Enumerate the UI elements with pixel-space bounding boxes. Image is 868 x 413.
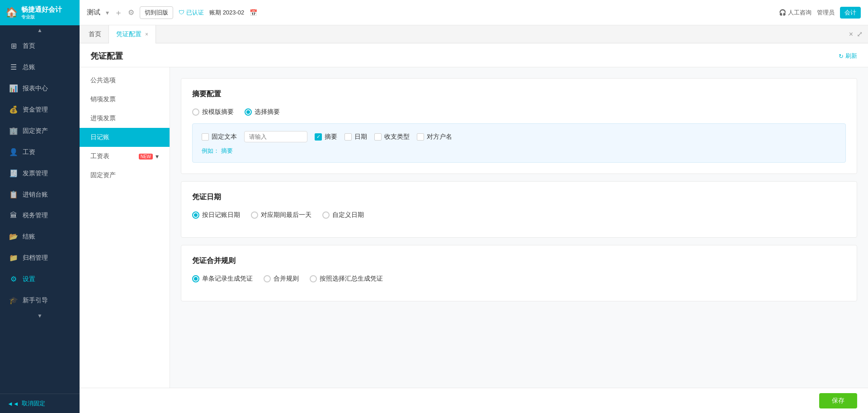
radio-journal-date[interactable]: 按日记账日期 <box>192 211 240 219</box>
left-nav-sales-invoice[interactable]: 销项发票 <box>80 90 170 109</box>
company-dropdown-icon[interactable]: ▾ <box>106 9 109 16</box>
sidebar-item-home[interactable]: ⊞ 首页 <box>0 35 80 56</box>
radio-period-last-day[interactable]: 对应期间最后一天 <box>251 211 311 219</box>
sidebar-item-tax[interactable]: 🏛 税务管理 <box>0 205 80 226</box>
sidebar-item-funds[interactable]: 💰 资金管理 <box>0 99 80 120</box>
tab-voucher-config-label: 凭证配置 <box>116 30 142 38</box>
sidebar-item-fixed-assets[interactable]: 🏢 固定资产 <box>0 120 80 141</box>
summary-radio-group: 按模版摘要 选择摘要 <box>192 108 846 116</box>
sidebar-item-invoice-mgmt[interactable]: 🧾 发票管理 <box>0 163 80 184</box>
close-tab-btn[interactable]: × <box>849 30 853 38</box>
headset-icon: 🎧 <box>779 9 786 16</box>
merge-rules-section: 凭证合并规则 单条记录生成凭证 合并规则 按照选择汇总生成凭证 <box>181 245 857 301</box>
save-button[interactable]: 保存 <box>819 393 857 408</box>
checkbox-income-type-label: 收支类型 <box>384 133 410 141</box>
radio-merge-rules[interactable]: 合并规则 <box>264 275 299 283</box>
left-nav-public-options[interactable]: 公共选项 <box>80 71 170 90</box>
checkbox-fixed-text[interactable]: 固定文本 <box>202 133 237 141</box>
app-edition: 专业版 <box>21 14 62 20</box>
sidebar-item-sales-ledger[interactable]: 📋 进销台账 <box>0 184 80 205</box>
checkbox-date[interactable]: 日期 <box>344 133 367 141</box>
company-name: 测试 <box>87 8 100 17</box>
tab-home[interactable]: 首页 <box>81 25 109 43</box>
tab-home-label: 首页 <box>89 30 101 38</box>
checkbox-summary[interactable]: ✓ 摘要 <box>315 133 337 141</box>
new-badge: NEW <box>139 154 153 160</box>
radio-circle-single-record <box>192 275 199 282</box>
accountant-label: 会计 <box>840 7 861 19</box>
main-area: 测试 ▾ ＋ ⚙ 切到旧版 🛡 已认证 账期 2023-02 📅 🎧 人工咨询 … <box>80 0 868 413</box>
scroll-down-arrow[interactable]: ▼ <box>37 313 42 319</box>
archive-icon: 📁 <box>9 253 18 262</box>
refresh-btn[interactable]: ↻ 刷新 <box>839 52 857 60</box>
sidebar-item-settings[interactable]: ⚙ 设置 <box>0 268 80 290</box>
invoice-icon: 🧾 <box>9 169 18 178</box>
tax-icon: 🏛 <box>9 211 18 220</box>
switch-old-version-btn[interactable]: 切到旧版 <box>140 6 173 19</box>
example-prefix: 例如： <box>202 147 219 154</box>
sidebar-item-label: 设置 <box>23 275 35 283</box>
summary-config-section: 摘要配置 按模版摘要 选择摘要 <box>181 78 857 174</box>
expand-btn[interactable]: ⤢ <box>857 30 863 38</box>
checkbox-counterparty[interactable]: 对方户名 <box>417 133 452 141</box>
checkbox-date-label: 日期 <box>354 133 367 141</box>
add-company-btn[interactable]: ＋ <box>114 7 123 18</box>
sidebar-item-salary[interactable]: 👤 工资 <box>0 141 80 163</box>
radio-journal-date-label: 按日记账日期 <box>202 211 240 219</box>
radio-circle-merge-rules <box>264 275 271 282</box>
shield-icon: 🛡 <box>179 9 184 16</box>
checkbox-income-type[interactable]: 收支类型 <box>374 133 410 141</box>
checkbox-fixed-text-box <box>202 133 209 141</box>
sidebar-item-reports[interactable]: 📊 报表中心 <box>0 78 80 99</box>
close-accounts-icon: 📂 <box>9 232 18 241</box>
body-split: 公共选项 销项发票 进项发票 日记账 工资表 NEW ▾ <box>80 67 868 388</box>
right-content: 摘要配置 按模版摘要 选择摘要 <box>170 67 868 388</box>
left-nav-purchase-invoice[interactable]: 进项发票 <box>80 109 170 128</box>
tabbar: 首页 凭证配置 × × ⤢ <box>80 25 868 43</box>
radio-circle-journal-date <box>192 211 199 219</box>
radio-circle-template <box>192 108 199 116</box>
sidebar-item-general-ledger[interactable]: ☰ 总账 <box>0 56 80 78</box>
voucher-date-section: 凭证日期 按日记账日期 对应期间最后一天 自定义日期 <box>181 181 857 238</box>
example-value: 摘要 <box>221 147 233 154</box>
calendar-icon[interactable]: 📅 <box>250 9 257 16</box>
support-btn[interactable]: 🎧 人工咨询 <box>779 9 811 17</box>
voucher-date-radio-group: 按日记账日期 对应期间最后一天 自定义日期 <box>192 211 846 219</box>
tab-close-icon[interactable]: × <box>145 31 148 38</box>
summary-config-box: 固定文本 ✓ 摘要 日期 <box>192 123 846 163</box>
expand-arrow-icon: ▾ <box>156 153 159 160</box>
sidebar-item-archive[interactable]: 📁 归档管理 <box>0 247 80 268</box>
summary-checkboxes-row: 固定文本 ✓ 摘要 日期 <box>202 131 836 142</box>
cancel-fixed-label: 取消固定 <box>22 399 45 408</box>
left-nav-payroll[interactable]: 工资表 NEW ▾ <box>80 147 170 166</box>
scroll-up-arrow[interactable]: ▲ <box>37 27 42 33</box>
radio-summary-generate[interactable]: 按照选择汇总生成凭证 <box>310 275 383 283</box>
tab-voucher-config[interactable]: 凭证配置 × <box>109 25 156 43</box>
sidebar-item-close-accounts[interactable]: 📂 结账 <box>0 226 80 247</box>
radio-custom-date[interactable]: 自定义日期 <box>322 211 364 219</box>
left-nav-journal[interactable]: 日记账 <box>80 128 170 147</box>
sidebar-item-label: 归档管理 <box>23 254 48 262</box>
tab-actions: × ⤢ <box>849 30 868 38</box>
sidebar-item-label: 固定资产 <box>23 127 48 135</box>
checkbox-summary-box: ✓ <box>315 133 322 141</box>
cancel-fixed-icon: ◄◄ <box>7 400 19 407</box>
radio-select-summary[interactable]: 选择摘要 <box>245 108 280 116</box>
radio-single-record[interactable]: 单条记录生成凭证 <box>192 275 253 283</box>
fixed-text-input[interactable] <box>244 131 307 142</box>
radio-summary-generate-label: 按照选择汇总生成凭证 <box>320 275 383 283</box>
radio-period-last-day-label: 对应期间最后一天 <box>261 211 311 219</box>
guide-icon: 🎓 <box>9 296 18 305</box>
left-nav-fixed-assets[interactable]: 固定资产 <box>80 166 170 185</box>
app-name: 畅捷通好会计 <box>21 5 62 14</box>
merge-rules-title: 凭证合并规则 <box>192 256 846 266</box>
settings-icon: ⚙ <box>9 275 18 283</box>
sidebar-item-guide[interactable]: 🎓 新手引导 <box>0 290 80 311</box>
cancel-fixed-btn[interactable]: ◄◄ 取消固定 <box>0 394 80 413</box>
certified-label: 已认证 <box>186 9 204 17</box>
topbar: 测试 ▾ ＋ ⚙ 切到旧版 🛡 已认证 账期 2023-02 📅 🎧 人工咨询 … <box>80 0 868 25</box>
sidebar-item-label: 新手引导 <box>23 296 48 305</box>
settings-gear-icon[interactable]: ⚙ <box>128 8 134 17</box>
radio-circle-summary-generate <box>310 275 317 282</box>
radio-template-summary[interactable]: 按模版摘要 <box>192 108 234 116</box>
